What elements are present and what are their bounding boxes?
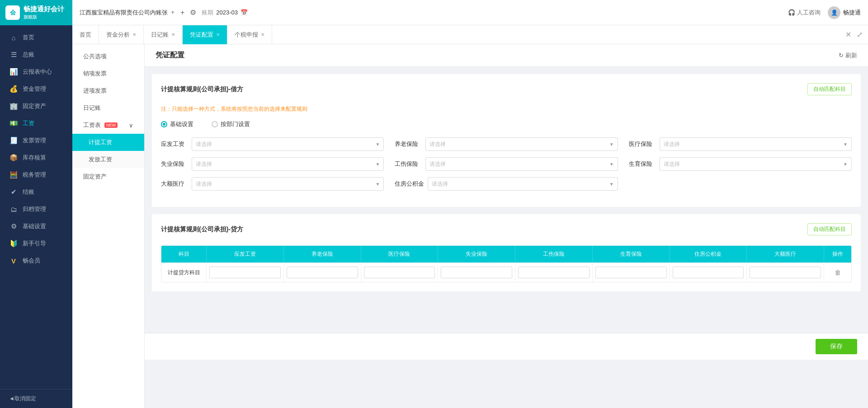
td-row-pension[interactable] bbox=[284, 263, 361, 282]
radio-by-dept-label: 按部门设置 bbox=[221, 120, 250, 128]
sidebar-item-guide[interactable]: 🔰 新手引导 bbox=[0, 235, 72, 252]
input-row-maternity[interactable] bbox=[595, 267, 667, 278]
sidebar-item-tax[interactable]: 🧮 税务管理 bbox=[0, 166, 72, 183]
select-salary[interactable]: 请选择 ▼ bbox=[192, 137, 384, 151]
setting-button[interactable]: ⚙ bbox=[190, 8, 196, 17]
left-nav-salary-table[interactable]: 工资表 NEW ∨ bbox=[72, 117, 144, 134]
input-row-work-injury[interactable] bbox=[518, 267, 590, 278]
form-label-pension: 养老保险 bbox=[395, 140, 422, 148]
refresh-label: 刷新 bbox=[845, 52, 857, 60]
tab-tax[interactable]: 个税申报 ✕ bbox=[227, 25, 272, 44]
select-medical[interactable]: 请选择 ▼ bbox=[660, 137, 852, 151]
sidebar-item-reports[interactable]: 📊 云报表中心 bbox=[0, 63, 72, 80]
maximize-icon[interactable]: ⤢ bbox=[857, 30, 863, 39]
sidebar-item-salary[interactable]: 💵 工资 bbox=[0, 115, 72, 132]
select-maternity[interactable]: 请选择 ▼ bbox=[660, 157, 852, 171]
form-item-medical: 医疗保险 请选择 ▼ bbox=[629, 137, 852, 151]
tab-journal[interactable]: 日记账 ✕ bbox=[144, 25, 183, 44]
calendar-icon[interactable]: 📅 bbox=[241, 9, 248, 16]
td-row-maternity[interactable] bbox=[593, 263, 670, 282]
sidebar-item-invoice[interactable]: 🧾 发票管理 bbox=[0, 132, 72, 149]
td-row-big-medical[interactable] bbox=[747, 263, 824, 282]
td-row-housing-fund[interactable] bbox=[670, 263, 747, 282]
input-row-big-medical[interactable] bbox=[750, 267, 821, 278]
sidebar-item-archive[interactable]: 🗂 归档管理 bbox=[0, 201, 72, 218]
left-nav-sales-invoice[interactable]: 销项发票 bbox=[72, 65, 144, 82]
tab-funds[interactable]: 资金分析 ✕ bbox=[99, 25, 144, 44]
tab-voucher[interactable]: 凭证配置 ✕ bbox=[183, 25, 227, 44]
input-row-housing-fund[interactable] bbox=[673, 267, 744, 278]
left-nav: 公共选项 销项发票 进项发票 日记账 工资表 NEW ∨ 计提工资 bbox=[72, 44, 145, 408]
credit-section: 计提核算规则(公司承担)-贷方 自动匹配科目 科目 应发工资 养老保险 医疗保险… bbox=[152, 214, 861, 291]
sidebar-item-archive-label: 归档管理 bbox=[23, 205, 46, 213]
left-nav-purchase-invoice[interactable]: 进项发票 bbox=[72, 82, 144, 99]
new-badge: NEW bbox=[104, 122, 118, 128]
input-row-unemployment[interactable] bbox=[441, 267, 512, 278]
select-big-medical[interactable]: 请选择 ▼ bbox=[192, 177, 384, 191]
company-selector[interactable]: 江西服宝精品有限责任公司内账张 ▼ bbox=[80, 9, 175, 17]
select-unemployment[interactable]: 请选择 ▼ bbox=[192, 157, 384, 171]
form-item-maternity: 生育保险 请选择 ▼ bbox=[629, 157, 852, 171]
tab-funds-close-icon[interactable]: ✕ bbox=[132, 32, 136, 37]
sidebar-item-inventory[interactable]: 📦 库存核算 bbox=[0, 149, 72, 166]
input-row-pension[interactable] bbox=[287, 267, 358, 278]
sidebar-item-ledger[interactable]: ☰ 总账 bbox=[0, 46, 72, 63]
ledger-icon: ☰ bbox=[9, 51, 18, 59]
tab-voucher-close-icon[interactable]: ✕ bbox=[216, 32, 220, 37]
refresh-button[interactable]: ↻ 刷新 bbox=[839, 52, 857, 60]
save-button[interactable]: 保存 bbox=[816, 339, 857, 354]
td-row-delete[interactable]: 🗑 bbox=[824, 263, 851, 282]
select-pension[interactable]: 请选择 ▼ bbox=[425, 137, 618, 151]
sidebar-item-member[interactable]: V 畅会员 bbox=[0, 252, 72, 269]
close-window-icon[interactable]: ✕ bbox=[845, 30, 851, 39]
tab-tax-close-icon[interactable]: ✕ bbox=[261, 32, 264, 37]
input-row-medical[interactable] bbox=[364, 267, 435, 278]
th-pension: 养老保险 bbox=[284, 246, 361, 263]
tab-home[interactable]: 首页 bbox=[72, 25, 99, 44]
user-button[interactable]: 👤 畅捷通 bbox=[828, 6, 861, 19]
sidebar-item-assets[interactable]: 🏢 固定资产 bbox=[0, 98, 72, 115]
sidebar-item-guide-label: 新手引导 bbox=[23, 239, 46, 248]
sidebar-item-home[interactable]: ⌂ 首页 bbox=[0, 29, 72, 46]
credit-auto-match-button[interactable]: 自动匹配科目 bbox=[807, 223, 852, 235]
select-housing-fund[interactable]: 请选择 ▼ bbox=[428, 177, 618, 191]
left-nav-salary-pay[interactable]: 发放工资 bbox=[72, 151, 144, 168]
period-label: 账期 bbox=[202, 9, 213, 17]
salary-icon: 💵 bbox=[9, 119, 18, 127]
select-work-injury[interactable]: 请选择 ▼ bbox=[425, 157, 618, 171]
tab-journal-close-icon[interactable]: ✕ bbox=[171, 32, 175, 37]
user-label: 畅捷通 bbox=[843, 9, 861, 17]
funds-icon: 💰 bbox=[9, 85, 18, 93]
support-button[interactable]: 🎧 人工咨询 bbox=[788, 9, 821, 17]
input-row-salary[interactable] bbox=[209, 267, 281, 278]
debit-section: 计提核算规则(公司承担)-借方 自动匹配科目 注：只能选择一种方式，系统将按照您… bbox=[152, 74, 861, 207]
td-row-work-injury[interactable] bbox=[515, 263, 593, 282]
sidebar-item-settlement[interactable]: ✔ 结账 bbox=[0, 183, 72, 201]
left-nav-journal[interactable]: 日记账 bbox=[72, 99, 144, 117]
credit-table: 科目 应发工资 养老保险 医疗保险 失业保险 工伤保险 生育保险 住房公积金 大… bbox=[161, 245, 852, 282]
cancel-pin-button[interactable]: ◄取消固定 bbox=[0, 389, 72, 408]
guide-icon: 🔰 bbox=[9, 239, 18, 248]
left-nav-journal-label: 日记账 bbox=[83, 104, 101, 111]
th-housing-fund: 住房公积金 bbox=[670, 246, 747, 263]
left-nav-fixed-assets[interactable]: 固定资产 bbox=[72, 168, 144, 185]
td-row-salary[interactable] bbox=[207, 263, 284, 282]
logo-text: 畅捷通好会计 旗舰版 bbox=[24, 5, 64, 20]
select-salary-chevron: ▼ bbox=[375, 142, 380, 147]
td-row-unemployment[interactable] bbox=[438, 263, 515, 282]
radio-basic[interactable]: 基础设置 bbox=[161, 120, 193, 128]
debit-form-grid: 应发工资 请选择 ▼ 养老保险 请选择 ▼ bbox=[161, 137, 852, 191]
tabbar: 首页 资金分析 ✕ 日记账 ✕ 凭证配置 ✕ 个税申报 ✕ ✕ ⤢ bbox=[72, 25, 868, 44]
add-button[interactable]: + bbox=[180, 9, 184, 17]
content-area: 计提核算规则(公司承担)-借方 自动匹配科目 注：只能选择一种方式，系统将按照您… bbox=[145, 67, 868, 333]
sidebar-item-funds[interactable]: 💰 资金管理 bbox=[0, 80, 72, 98]
left-nav-salary-calc[interactable]: 计提工资 bbox=[72, 134, 144, 151]
debit-auto-match-button[interactable]: 自动匹配科目 bbox=[807, 83, 852, 95]
td-row-medical[interactable] bbox=[361, 263, 439, 282]
left-nav-public[interactable]: 公共选项 bbox=[72, 48, 144, 65]
page-content: 公共选项 销项发票 进项发票 日记账 工资表 NEW ∨ 计提工资 bbox=[72, 44, 868, 408]
sidebar-item-settings[interactable]: ⚙ 基础设置 bbox=[0, 218, 72, 235]
sidebar-item-settlement-label: 结账 bbox=[23, 188, 34, 196]
radio-by-dept[interactable]: 按部门设置 bbox=[212, 120, 250, 128]
th-subject: 科目 bbox=[161, 246, 207, 263]
